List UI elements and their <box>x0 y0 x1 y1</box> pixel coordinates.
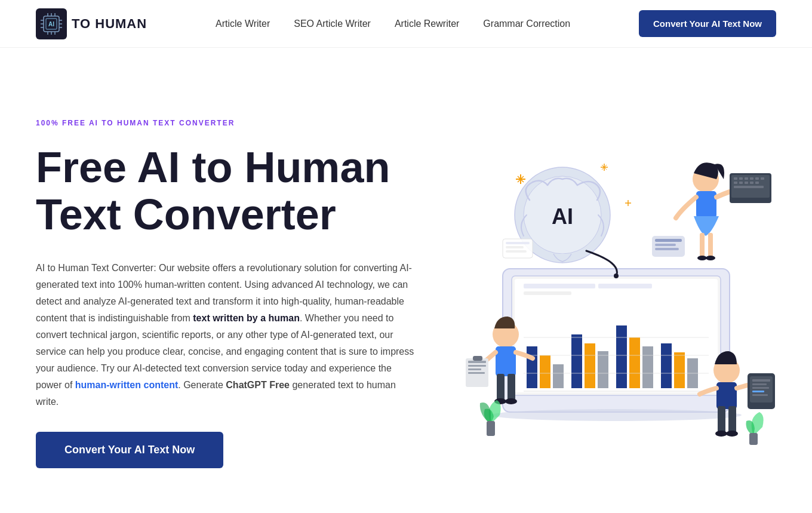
svg-rect-88 <box>728 406 736 433</box>
svg-rect-63 <box>745 177 748 180</box>
svg-rect-105 <box>506 242 530 244</box>
svg-rect-74 <box>496 346 516 376</box>
svg-rect-68 <box>739 182 743 184</box>
svg-point-90 <box>726 431 738 437</box>
svg-rect-37 <box>598 284 652 288</box>
svg-rect-106 <box>506 246 524 248</box>
svg-point-42 <box>614 274 619 278</box>
nav-grammar-correction-link[interactable]: Grammar Correction <box>483 19 570 29</box>
svg-point-89 <box>715 431 727 437</box>
logo[interactable]: AI TO HUMAN <box>36 8 147 39</box>
svg-rect-82 <box>468 368 481 370</box>
hero-title: Free AI to Human Text Converter <box>36 144 443 238</box>
svg-point-78 <box>505 398 517 404</box>
svg-rect-95 <box>752 387 769 389</box>
svg-rect-87 <box>718 406 725 433</box>
svg-rect-84 <box>473 356 482 361</box>
svg-rect-22 <box>571 334 582 388</box>
hero-illustration-svg: AI <box>443 131 777 454</box>
svg-rect-20 <box>540 355 550 388</box>
svg-rect-71 <box>755 182 759 184</box>
logo-icon: AI <box>36 8 67 39</box>
nav-links: Article Writer SEO Article Writer Articl… <box>216 19 570 29</box>
svg-rect-55 <box>700 233 705 257</box>
svg-rect-36 <box>524 291 571 295</box>
svg-rect-19 <box>527 346 537 388</box>
nav-article-rewriter[interactable]: Article Rewriter <box>395 19 459 29</box>
svg-rect-69 <box>745 182 748 184</box>
svg-rect-81 <box>468 365 486 367</box>
svg-point-58 <box>706 256 715 260</box>
svg-text:AI: AI <box>48 21 54 27</box>
svg-rect-72 <box>734 186 764 188</box>
svg-rect-29 <box>674 352 685 388</box>
nav-grammar-correction[interactable]: Grammar Correction <box>483 19 570 29</box>
svg-rect-27 <box>642 346 653 388</box>
bold-text-human: text written by a human <box>193 313 300 323</box>
svg-rect-67 <box>734 182 737 184</box>
svg-rect-103 <box>655 248 679 250</box>
nav-cta-button[interactable]: Convert Your AI Text Now <box>639 10 776 37</box>
svg-rect-97 <box>752 394 768 396</box>
nav-article-writer[interactable]: Article Writer <box>216 19 270 29</box>
svg-rect-94 <box>752 383 767 385</box>
svg-rect-28 <box>661 343 672 388</box>
hero-content: 100% FREE AI TO HUMAN TEXT CONVERTER Fre… <box>36 117 443 468</box>
svg-rect-107 <box>506 250 527 253</box>
svg-rect-98 <box>487 421 495 436</box>
svg-rect-26 <box>629 337 640 388</box>
svg-rect-99 <box>749 433 758 445</box>
svg-rect-76 <box>508 374 515 401</box>
svg-rect-56 <box>708 233 713 257</box>
svg-rect-24 <box>598 351 608 388</box>
hero-description: AI to Human Text Converter: Our website … <box>36 260 418 410</box>
svg-rect-35 <box>524 284 595 288</box>
svg-point-38 <box>491 409 742 421</box>
logo-text: TO HUMAN <box>72 16 147 32</box>
svg-rect-96 <box>752 391 764 392</box>
nav-seo-article-writer[interactable]: SEO Article Writer <box>294 19 371 29</box>
svg-rect-93 <box>752 379 770 382</box>
svg-rect-23 <box>585 343 595 388</box>
hero-cta-button[interactable]: Convert Your AI Text Now <box>36 432 223 468</box>
svg-rect-65 <box>755 177 759 180</box>
svg-rect-54 <box>696 191 716 218</box>
svg-rect-101 <box>655 239 682 242</box>
svg-rect-80 <box>468 361 486 363</box>
nav-article-writer-link[interactable]: Article Writer <box>216 19 270 29</box>
svg-rect-61 <box>734 177 737 180</box>
svg-text:AI: AI <box>552 204 573 229</box>
svg-point-57 <box>697 256 707 260</box>
hero-badge: 100% FREE AI TO HUMAN TEXT CONVERTER <box>36 119 235 127</box>
navbar: AI TO HUMAN Article Writer SEO Article W… <box>0 0 812 48</box>
svg-rect-75 <box>497 374 505 401</box>
nav-seo-article-writer-link[interactable]: SEO Article Writer <box>294 19 371 29</box>
svg-rect-21 <box>553 364 564 388</box>
svg-rect-83 <box>468 372 485 374</box>
nav-article-rewriter-link[interactable]: Article Rewriter <box>395 19 459 29</box>
svg-rect-70 <box>750 182 753 184</box>
svg-rect-64 <box>750 177 753 180</box>
human-written-content-link[interactable]: human-written content <box>75 380 178 390</box>
hero-illustration: AI <box>443 113 777 472</box>
svg-rect-102 <box>655 244 676 246</box>
svg-rect-25 <box>616 325 627 388</box>
svg-rect-66 <box>761 177 764 180</box>
svg-rect-62 <box>739 177 743 180</box>
chatgpt-free-bold: ChatGPT Free <box>226 380 290 390</box>
hero-section: 100% FREE AI TO HUMAN TEXT CONVERTER Fre… <box>0 48 812 502</box>
svg-rect-86 <box>716 382 737 409</box>
